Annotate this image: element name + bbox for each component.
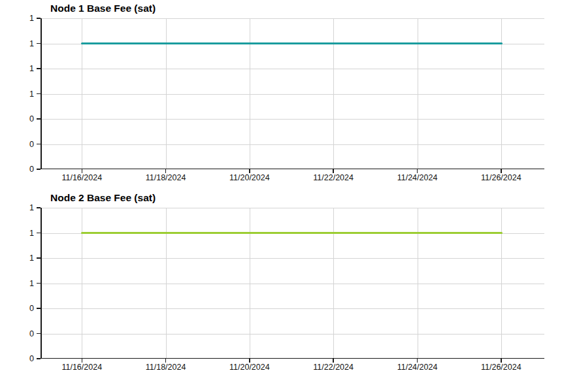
gridline-horizontal <box>41 258 544 259</box>
x-tick-label: 11/20/2024 <box>220 172 279 184</box>
y-tick-label: 0 <box>12 329 34 339</box>
y-axis-tick <box>37 118 41 120</box>
gridline-vertical <box>166 18 167 169</box>
x-tick-label: 11/22/2024 <box>304 172 363 184</box>
y-tick-label: 1 <box>12 253 34 263</box>
x-tick-label: 11/18/2024 <box>137 362 195 373</box>
gridline-vertical <box>250 18 250 169</box>
y-axis-tick <box>37 333 41 335</box>
chart-node2-base-fee: Node 2 Base Fee (sat) 111100011/16/20241… <box>0 189 562 379</box>
y-axis-tick <box>37 233 41 234</box>
y-axis-line <box>41 208 42 359</box>
x-axis-line <box>41 169 544 170</box>
x-tick-label: 11/26/2024 <box>472 172 531 184</box>
gridline-horizontal <box>41 334 544 335</box>
series-line-node1 <box>81 42 503 44</box>
x-axis-line <box>41 358 544 359</box>
plot-area <box>41 18 544 169</box>
y-tick-label: 1 <box>12 63 34 74</box>
y-axis-tick <box>37 18 41 19</box>
x-tick-label: 11/24/2024 <box>388 362 447 373</box>
gridline-vertical <box>333 18 334 169</box>
y-tick-label: 0 <box>12 353 34 364</box>
y-tick-label: 1 <box>12 278 34 289</box>
y-tick-label: 0 <box>12 139 34 150</box>
y-tick-label: 0 <box>12 303 34 314</box>
y-tick-label: 1 <box>12 89 34 99</box>
y-axis-tick <box>37 144 41 145</box>
plot-area <box>41 208 544 359</box>
gridline-vertical <box>501 18 502 169</box>
y-axis-tick <box>37 93 41 95</box>
gridline-vertical <box>82 18 82 169</box>
chart-title: Node 2 Base Fee (sat) <box>50 192 156 204</box>
gridline-horizontal <box>41 18 544 19</box>
y-axis-tick <box>37 283 41 284</box>
x-tick-label: 11/20/2024 <box>220 362 279 373</box>
y-tick-label: 1 <box>12 228 34 238</box>
gridline-vertical <box>501 208 502 359</box>
y-axis-tick <box>37 358 41 359</box>
gridline-vertical <box>418 18 418 169</box>
gridline-horizontal <box>41 94 544 95</box>
y-tick-label: 1 <box>12 13 34 24</box>
gridline-vertical <box>333 208 334 359</box>
y-tick-label: 1 <box>12 39 34 49</box>
y-tick-label: 0 <box>12 114 34 124</box>
y-tick-label: 1 <box>12 203 34 213</box>
gridline-horizontal <box>41 119 544 120</box>
x-tick-label: 11/16/2024 <box>52 172 111 184</box>
chart-page: Node 1 Base Fee (sat) 111100011/16/20241… <box>0 0 562 392</box>
gridline-vertical <box>418 208 418 359</box>
gridline-horizontal <box>41 208 544 208</box>
y-axis-tick <box>37 68 41 69</box>
y-axis-tick <box>37 207 41 208</box>
gridline-vertical <box>166 208 167 359</box>
gridline-horizontal <box>41 144 544 145</box>
chart-node1-base-fee: Node 1 Base Fee (sat) 111100011/16/20241… <box>0 0 562 189</box>
y-axis-tick <box>37 308 41 309</box>
gridline-horizontal <box>41 284 544 284</box>
y-axis-tick <box>37 43 41 44</box>
chart-title: Node 1 Base Fee (sat) <box>50 3 156 14</box>
y-axis-tick <box>37 257 41 259</box>
gridline-vertical <box>82 208 82 359</box>
gridline-horizontal <box>41 308 544 309</box>
gridline-vertical <box>250 208 250 359</box>
x-tick-label: 11/18/2024 <box>137 172 195 184</box>
y-axis-tick <box>37 169 41 170</box>
x-tick-label: 11/24/2024 <box>388 172 447 184</box>
gridline-horizontal <box>41 69 544 69</box>
x-tick-label: 11/16/2024 <box>52 362 111 373</box>
y-tick-label: 0 <box>12 164 34 174</box>
y-axis-line <box>41 18 42 169</box>
series-line-node2 <box>81 232 503 234</box>
x-tick-label: 11/22/2024 <box>304 362 363 373</box>
x-tick-label: 11/26/2024 <box>472 362 531 373</box>
